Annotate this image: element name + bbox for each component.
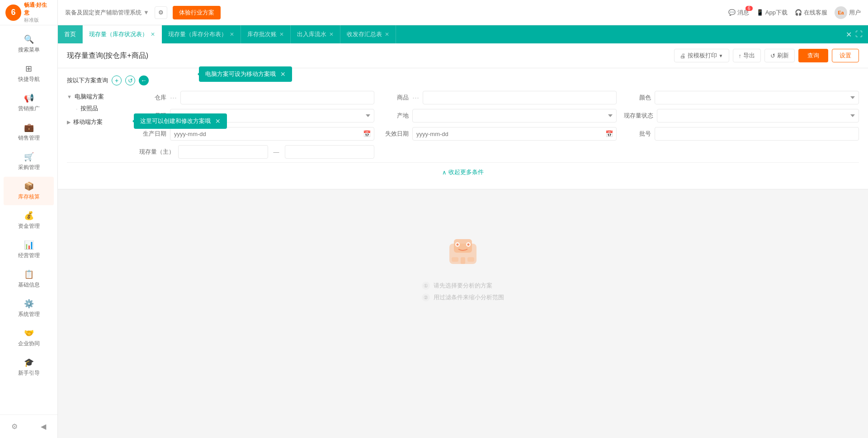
user-button[interactable]: Ea 用户 [835, 6, 861, 19]
sidebar-item-marketing[interactable]: 📢 营销推广 [4, 89, 54, 117]
goods-input[interactable] [423, 91, 617, 104]
expire-date-from-input[interactable] [412, 127, 617, 141]
page-actions: 🖨 按模板打印 ▼ ↑ 导出 ↺ 刷新 查询 设置 [674, 49, 859, 62]
tab-maximize-btn[interactable]: ⛶ [855, 30, 863, 38]
logo-line1: 畅通·好生意 [24, 1, 52, 17]
scheme-mobile[interactable]: ▶ 移动端方案 [67, 116, 130, 128]
system-selector[interactable]: 装备及固定资产辅助管理系统 ▼ [65, 9, 149, 17]
tab-inventory-dist[interactable]: 现存量（库存分布表） ✕ [162, 25, 241, 43]
system-name: 装备及固定资产辅助管理系统 [65, 9, 142, 17]
sidebar-item-enterprise-label: 企业协同 [18, 340, 40, 348]
tab-close-all-btn[interactable]: ✕ [846, 30, 852, 39]
page-title: 现存量查询(按仓库+商品) [67, 51, 148, 61]
tab-inventory-status-close[interactable]: ✕ [151, 31, 155, 38]
support-button[interactable]: 🎧 在线客服 [795, 9, 827, 17]
sidebar-item-enterprise[interactable]: 🤝 企业协同 [4, 324, 54, 352]
step2-num: ② [422, 293, 430, 301]
scheme-desktop-label: 电脑端方案 [75, 93, 104, 101]
header-right: 💬 6 消息 📱 App下载 🎧 在线客服 Ea 用户 [728, 6, 861, 19]
sidebar-item-inventory[interactable]: 📦 库存核算 [4, 177, 54, 205]
sidebar-item-sales[interactable]: 💼 销售管理 [4, 118, 54, 146]
tab-batch-ledger-close[interactable]: ✕ [279, 31, 284, 38]
filter-back-button[interactable]: ← [139, 75, 149, 85]
user-avatar: Ea [835, 6, 847, 19]
origin-select[interactable] [412, 109, 617, 122]
stock-main-to-input[interactable] [285, 145, 375, 159]
tab-collect-summary[interactable]: 收发存汇总表 ✕ [340, 25, 396, 43]
tab-inventory-status[interactable]: 现存量（库存状况表） ✕ [83, 25, 162, 43]
tab-inventory-status-label: 现存量（库存状况表） [89, 30, 148, 38]
stock-status-label: 现存量状态 [624, 112, 653, 120]
color-select[interactable] [655, 91, 859, 104]
sidebar-item-search[interactable]: 🔍 搜索菜单 [4, 30, 54, 58]
filter-stock-status-field: 现存量状态 [624, 109, 859, 122]
sidebar-item-nav-label: 快捷导航 [18, 75, 40, 83]
sidebar-item-nav[interactable]: ⊞ 快捷导航 [4, 59, 54, 88]
trial-button[interactable]: 体验行业方案 [173, 6, 221, 19]
tab-inout-flow-close[interactable]: ✕ [329, 31, 334, 38]
print-button[interactable]: 🖨 按模板打印 ▼ [674, 49, 729, 62]
filter-stock-main-field: 现存量（主） — [139, 145, 374, 159]
tab-inout-flow[interactable]: 出入库流水 ✕ [291, 25, 340, 43]
set-button[interactable]: 设置 [832, 49, 859, 62]
tab-inventory-dist-label: 现存量（库存分布表） [168, 30, 227, 38]
sidebar-item-system-label: 系统管理 [18, 311, 40, 318]
tab-bar: 首页 现存量（库存状况表） ✕ 现存量（库存分布表） ✕ 库存批次账 ✕ 出入库… [58, 25, 868, 43]
filter-refresh-button[interactable]: ↺ [125, 75, 135, 85]
finance-icon: 💰 [24, 211, 34, 221]
sidebar-item-basic[interactable]: 📋 基础信息 [4, 265, 54, 293]
tab-home[interactable]: 首页 [58, 25, 83, 43]
export-button[interactable]: ↑ 导出 [733, 49, 761, 62]
user-label: 用户 [849, 9, 861, 17]
print-arrow-icon: ▼ [719, 53, 723, 58]
scheme-desktop-sub-item[interactable]: · 按照品 [76, 103, 130, 114]
stock-status-select[interactable] [657, 109, 859, 122]
gear-button[interactable]: ⚙ [155, 6, 167, 19]
filter-more-btn[interactable]: ∧ 收起更多条件 [67, 162, 859, 182]
batch-label: 批号 [624, 130, 651, 138]
chevron-down-icon: ▼ [143, 9, 149, 16]
expire-date-from-calendar-icon[interactable]: 📅 [605, 130, 613, 137]
prod-date-from-calendar-icon[interactable]: 📅 [363, 130, 371, 137]
sidebar-item-system[interactable]: ⚙️ 系统管理 [4, 294, 54, 323]
app-download-button[interactable]: 📱 App下载 [756, 9, 788, 17]
refresh-button[interactable]: ↺ 刷新 [764, 49, 795, 62]
scheme-popup-close[interactable]: ✕ [280, 71, 286, 78]
scheme-mobile-label: 移动端方案 [73, 118, 103, 126]
app-label: App下载 [765, 9, 788, 17]
logo-icon: 6 [5, 5, 21, 21]
sidebar-item-operation[interactable]: 📊 经营管理 [4, 235, 54, 264]
refresh-icon: ↺ [770, 52, 775, 59]
collapse-sidebar-btn[interactable]: ◀ [37, 420, 50, 433]
sidebar-item-newbie-label: 新手引导 [18, 369, 40, 377]
prod-date-from-input[interactable] [170, 127, 374, 141]
tab-inventory-dist-close[interactable]: ✕ [230, 31, 234, 38]
basic-icon: 📋 [24, 269, 34, 279]
sidebar-item-purchase[interactable]: 🛒 采购管理 [4, 147, 54, 176]
empty-step1: ① 请先选择要分析的方案 [422, 280, 504, 292]
batch-input[interactable] [655, 127, 859, 141]
sidebar-item-finance[interactable]: 💰 资金管理 [4, 206, 54, 235]
logo-line2: 标准版 [24, 17, 52, 24]
tab-collect-summary-close[interactable]: ✕ [385, 31, 389, 38]
filter-expire-date-field: 失效日期 📅 [382, 127, 617, 141]
settings-footer-btn[interactable]: ⚙ [8, 420, 21, 433]
svg-rect-8 [467, 257, 474, 262]
filter-row4: 现存量（主） — [139, 145, 859, 159]
edit-popup-close[interactable]: ✕ [215, 118, 221, 125]
sidebar-item-newbie[interactable]: 🎓 新手引导 [4, 353, 54, 381]
filter-add-button[interactable]: + [112, 75, 122, 85]
goods-dots: ··· [412, 93, 419, 103]
stock-main-from-input[interactable] [178, 145, 268, 159]
warehouse-input[interactable] [180, 91, 374, 104]
tab-batch-ledger[interactable]: 库存批次账 ✕ [241, 25, 291, 43]
message-button[interactable]: 💬 6 消息 [728, 9, 749, 17]
scheme-desktop[interactable]: ▼ 电脑端方案 [67, 91, 130, 103]
export-icon: ↑ [739, 52, 742, 59]
purchase-icon: 🛒 [24, 152, 34, 162]
warehouse-dots: ··· [170, 93, 177, 103]
step2-label: 用过滤条件来缩小分析范围 [434, 292, 504, 303]
svg-rect-6 [461, 257, 465, 264]
query-button[interactable]: 查询 [798, 49, 828, 62]
step1-label: 请先选择要分析的方案 [434, 280, 492, 292]
